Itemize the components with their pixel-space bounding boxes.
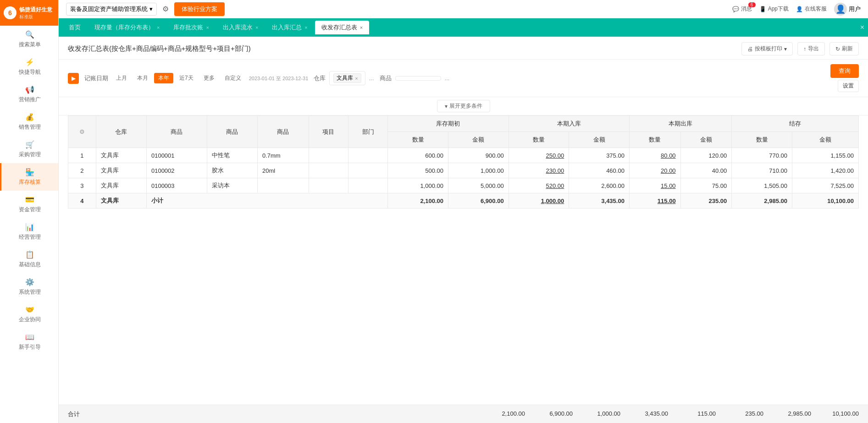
product-select[interactable] (395, 76, 441, 81)
tab-close-receive_summary[interactable]: × (360, 25, 363, 30)
logo-icon: 6 (4, 6, 17, 19)
date-filter-label: 记账日期 (84, 74, 108, 82)
basic-icon: 📋 (25, 250, 34, 259)
date-quick-buttons: 上月本月本年近7天更多自定义 (112, 73, 245, 83)
sidebar-item-purchase[interactable]: 🛒 采购管理 (0, 136, 58, 163)
cell-in-qty[interactable]: 520.00 (509, 178, 569, 193)
sidebar-item-marketing[interactable]: 📢 营销推广 (0, 81, 58, 108)
date-btn-更多[interactable]: 更多 (199, 73, 219, 83)
warehouse-more[interactable]: ... (369, 75, 374, 82)
message-action[interactable]: 💬 消息 6 (732, 5, 752, 13)
sidebar-item-search[interactable]: 🔍 搜索菜单 (0, 26, 58, 53)
gear-icon[interactable]: ⚙ (162, 5, 169, 13)
th-settings: ⚙ (68, 116, 96, 148)
th-project: 项目 (309, 116, 348, 148)
tab-close-inventory_distribution[interactable]: × (157, 25, 160, 30)
quick-nav-icon: ⚡ (25, 58, 34, 66)
purchase-icon: 🛒 (25, 140, 34, 149)
th-warehouse: 仓库 (96, 116, 146, 148)
cell-name: 中性笔 (207, 148, 257, 163)
sidebar-item-basic[interactable]: 📋 基础信息 (0, 246, 58, 273)
cell-warehouse: 文具库 (96, 148, 146, 163)
cell-code: 0100001 (146, 148, 207, 163)
cell-warehouse: 文具库 (96, 163, 146, 178)
date-btn-上月[interactable]: 上月 (112, 73, 131, 83)
expand-more-btn[interactable]: ▾ 展开更多条件 (437, 100, 490, 112)
close-all-tabs-btn[interactable]: × (860, 23, 864, 32)
setting-button[interactable]: 设置 (838, 80, 859, 92)
cell-sub-in-qty[interactable]: 1,000.00 (509, 193, 569, 209)
try-button[interactable]: 体验行业方案 (174, 2, 225, 16)
tab-receive_summary[interactable]: 收发存汇总表× (315, 21, 369, 34)
cell-balance-amt: 1,420.00 (792, 163, 858, 178)
cell-in-amt: 375.00 (569, 148, 630, 163)
date-btn-自定义[interactable]: 自定义 (221, 73, 245, 83)
cell-spec: 20ml (257, 163, 309, 178)
th-code: 商品 (146, 116, 207, 148)
user-menu[interactable]: 👤 用户 (834, 3, 861, 16)
tab-label-inout_summary: 出入库汇总 (272, 23, 302, 32)
sidebar-item-quick-nav[interactable]: ⚡ 快捷导航 (0, 53, 58, 81)
total-balance-qty: 2,985.00 (774, 410, 811, 418)
th-in-amt: 金额 (569, 132, 630, 148)
sidebar-item-sales[interactable]: 💰 销售管理 (0, 108, 58, 136)
cell-in-qty[interactable]: 230.00 (509, 163, 569, 178)
tab-close-batch[interactable]: × (206, 25, 209, 30)
column-settings-icon[interactable]: ⚙ (79, 128, 85, 135)
page-header: 收发存汇总表(按仓库+商品编码+商品+规格型号+项目+部门) 🖨 按模板打印 ▾… (59, 37, 868, 60)
cell-project (309, 163, 348, 178)
total-label: 合计 (68, 410, 95, 418)
query-button[interactable]: 查询 (830, 64, 859, 78)
sidebar-item-operation[interactable]: 📊 经营管理 (0, 218, 58, 246)
total-row: 合计 2,100.00 6,900.00 1,000.00 3,435.00 1… (68, 410, 859, 418)
tab-inout_summary[interactable]: 出入库汇总× (265, 21, 314, 34)
sidebar-item-guide[interactable]: 📖 新手引导 (0, 328, 58, 356)
filter-toggle-btn[interactable]: ▶ (68, 73, 79, 84)
warehouse-select[interactable]: 文具库 × (329, 71, 365, 85)
th-name: 商品 (207, 116, 257, 148)
sidebar-item-enterprise[interactable]: 🤝 企业协同 (0, 301, 58, 328)
date-btn-近7天[interactable]: 近7天 (175, 73, 198, 83)
cell-sub-balance-amt: 10,100.00 (792, 193, 858, 209)
tab-batch[interactable]: 库存批次账× (167, 21, 215, 34)
tab-home[interactable]: 首页 (62, 21, 87, 34)
app-download-action[interactable]: 📱 App下载 (759, 5, 789, 13)
tab-label-batch: 库存批次账 (173, 23, 203, 32)
cell-warehouse: 文具库 (96, 178, 146, 193)
sidebar-item-system[interactable]: ⚙️ 系统管理 (0, 273, 58, 301)
warehouse-tag-close[interactable]: × (355, 76, 358, 81)
th-out: 本期出库 (629, 116, 731, 132)
cell-in-qty[interactable]: 250.00 (509, 148, 569, 163)
print-btn[interactable]: 🖨 按模板打印 ▾ (741, 42, 793, 55)
cell-out-qty[interactable]: 80.00 (629, 148, 680, 163)
tab-inout_flow[interactable]: 出入库流水× (216, 21, 265, 34)
cell-sub-in-amt: 3,435.00 (569, 193, 630, 209)
system-select[interactable]: 装备及固定资产辅助管理系统 ▾ (66, 3, 157, 16)
cell-project (309, 178, 348, 193)
sidebar-item-finance[interactable]: 💳 资金管理 (0, 191, 58, 218)
product-more[interactable]: ... (445, 75, 450, 82)
date-btn-本月[interactable]: 本月 (133, 73, 152, 83)
cell-opening-qty: 500.00 (388, 163, 448, 178)
online-service-action[interactable]: 👤 在线客服 (796, 5, 827, 13)
cell-out-qty[interactable]: 20.00 (629, 163, 680, 178)
system-icon: ⚙️ (25, 278, 34, 286)
total-balance-amt: 10,100.00 (822, 410, 859, 418)
finance-icon: 💳 (25, 195, 34, 204)
th-in: 本期入库 (509, 116, 629, 132)
tab-close-inout_summary[interactable]: × (304, 25, 307, 30)
total-opening-qty: 2,100.00 (488, 410, 525, 418)
topbar-actions: 💬 消息 6 📱 App下载 👤 在线客服 👤 用户 (732, 3, 861, 16)
tab-close-inout_flow[interactable]: × (255, 25, 258, 30)
export-btn[interactable]: ↑ 导出 (797, 42, 825, 55)
chevron-down-icon: ▾ (149, 5, 153, 12)
cell-out-qty[interactable]: 15.00 (629, 178, 680, 193)
sidebar-item-inventory[interactable]: 🏪 库存核算 (0, 163, 58, 191)
cell-sub-out-qty[interactable]: 115.00 (629, 193, 680, 209)
data-table: ⚙ 仓库 商品 商品 商品 项目 部门 库存期初 本期入库 本期出库 结存 (68, 115, 859, 209)
cell-no: 2 (68, 163, 96, 178)
cell-sub-label: 小计 (146, 193, 387, 209)
tab-inventory_distribution[interactable]: 现存量（库存分布表）× (88, 21, 166, 34)
date-btn-本年[interactable]: 本年 (154, 73, 173, 83)
refresh-btn[interactable]: ↻ 刷新 (829, 42, 859, 55)
